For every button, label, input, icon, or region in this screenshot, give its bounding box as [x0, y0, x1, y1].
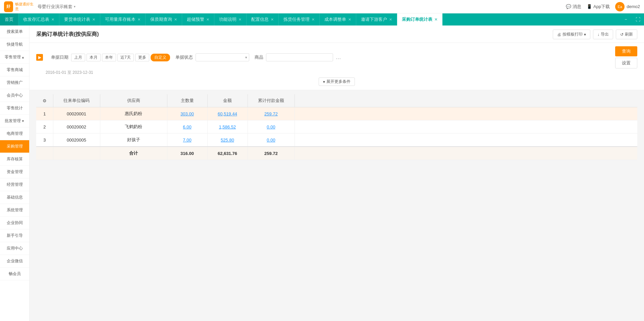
- cell-amount: 60,519.44: [207, 107, 248, 120]
- export-button[interactable]: ↓ 导出: [593, 30, 613, 39]
- print-button[interactable]: 🖨 按模板打印 ▾: [553, 30, 590, 39]
- tab-receive-summary[interactable]: 收发存汇总表 ✕: [18, 13, 59, 25]
- sidebar-item-retail-mgmt[interactable]: 零售管理 ▲: [0, 51, 29, 64]
- app-download-button[interactable]: 📱 App下载: [587, 4, 610, 10]
- tab-home[interactable]: 首页: [0, 13, 18, 25]
- close-icon[interactable]: ✕: [138, 17, 141, 22]
- sidebar-item-basic-info[interactable]: 基础信息: [0, 191, 29, 204]
- refresh-button[interactable]: ↺ 刷新: [616, 30, 637, 39]
- date-filter: 单据日期 上月 本月 本年 近7天 更多 自定义: [51, 54, 170, 61]
- close-icon[interactable]: ✕: [238, 17, 241, 22]
- tab-function-desc[interactable]: 功能说明 ✕: [214, 13, 247, 25]
- close-icon[interactable]: ✕: [206, 17, 209, 22]
- logo-area: 好 畅捷通好生意: [4, 1, 34, 12]
- filter-toggle-button[interactable]: ▶: [36, 54, 43, 61]
- workspace-dropdown[interactable]: 母婴行业演示账套 ▾: [34, 4, 566, 10]
- amount-link[interactable]: 525.80: [221, 138, 234, 143]
- tab-invite-downstream[interactable]: 邀请下游客户 ✕: [356, 13, 397, 25]
- message-button[interactable]: 💬 消息: [566, 4, 581, 10]
- sidebar-item-member-center[interactable]: 会员中心: [0, 89, 29, 102]
- table-footer-row: 合计 316.00 62,631.76 259.72: [36, 147, 637, 160]
- tab-overstock-warning[interactable]: 超储预警 ✕: [182, 13, 214, 25]
- sidebar-item-system-mgmt[interactable]: 系统管理: [0, 204, 29, 217]
- tab-cost-adjust[interactable]: 成本调整单 ✕: [320, 13, 356, 25]
- sidebar-item-ecommerce-mgmt[interactable]: 电商管理: [0, 127, 29, 140]
- amount-link[interactable]: 60,519.44: [218, 111, 237, 116]
- settings-button[interactable]: 设置: [615, 58, 637, 68]
- query-button[interactable]: 查询: [615, 46, 637, 56]
- cell-qty: 6.00: [167, 120, 207, 133]
- filter-actions: 查询 设置: [615, 46, 637, 68]
- this-year-button[interactable]: 本年: [102, 54, 116, 61]
- sidebar-item-inventory-check[interactable]: 库存核算: [0, 153, 29, 166]
- nav-maximize-icon[interactable]: ⛶: [632, 13, 644, 25]
- date-separator: 至: [67, 70, 72, 75]
- sidebar-item-app-center[interactable]: 应用中心: [0, 242, 29, 255]
- tab-config-info[interactable]: 配置信息 ✕: [247, 13, 279, 25]
- close-icon[interactable]: ✕: [434, 17, 437, 22]
- table-row[interactable]: 3 00020005 好孩子 7.00 525.80 0.00: [36, 133, 637, 147]
- qty-link[interactable]: 6.00: [183, 124, 191, 129]
- col-settings-icon[interactable]: ⚙: [36, 94, 53, 107]
- tab-goods-summary[interactable]: 要货单统计表 ✕: [59, 13, 100, 25]
- close-icon[interactable]: ✕: [271, 17, 274, 22]
- tab-purchase-summary[interactable]: 采购订单统计表 ✕: [397, 13, 442, 25]
- paid-link[interactable]: 0.00: [267, 138, 275, 143]
- logo-icon: 好: [4, 1, 13, 12]
- table-row[interactable]: 2 00020002 飞鹤奶粉 6.00 1,586.52 0.00: [36, 120, 637, 133]
- expand-more-button[interactable]: ▾ 展开更多条件: [319, 77, 355, 86]
- sidebar-item-capital-mgmt[interactable]: 资金管理: [0, 166, 29, 178]
- sidebar-item-purchase-mgmt[interactable]: 采购管理: [0, 140, 29, 153]
- close-icon[interactable]: ✕: [51, 17, 54, 22]
- qty-link[interactable]: 7.00: [183, 138, 191, 143]
- header-actions: 🖨 按模板打印 ▾ ↓ 导出 ↺ 刷新: [553, 30, 637, 39]
- paid-link[interactable]: 0.00: [267, 124, 275, 129]
- nav-right-btns: － ⛶: [620, 13, 644, 25]
- workspace-label: 母婴行业演示账套: [38, 4, 72, 10]
- tab-shelf-life[interactable]: 保质期查询 ✕: [146, 13, 182, 25]
- amount-link[interactable]: 1,586.52: [219, 124, 236, 129]
- sidebar-item-wholesale-mgmt[interactable]: 批发管理 ▼: [0, 115, 29, 127]
- user-name: demo2: [627, 4, 640, 9]
- user-profile[interactable]: Ea demo2: [615, 2, 640, 11]
- sidebar-item-enterprise-collab[interactable]: 企业协同: [0, 217, 29, 229]
- print-arrow-icon: ▾: [584, 32, 586, 37]
- goods-more-icon[interactable]: …: [336, 54, 341, 60]
- table-area: ⚙ 往来单位编码 供应商 主数量 金额 累计付款金额 1 00020001 惠氏…: [30, 90, 644, 321]
- cell-paid: 259.72: [248, 107, 294, 120]
- sidebar-item-ops-mgmt[interactable]: 经营管理: [0, 178, 29, 191]
- sidebar-item-vip-member[interactable]: 畅会员: [0, 268, 29, 280]
- sidebar-item-enterprise-wechat[interactable]: 企业微信: [0, 255, 29, 268]
- tab-pick-task[interactable]: 拣货任务管理 ✕: [279, 13, 320, 25]
- table-row[interactable]: 1 00020001 惠氏奶粉 303.00 60,519.44 259.72: [36, 107, 637, 120]
- sidebar-item-quick-nav[interactable]: 快捷导航: [0, 38, 29, 51]
- sidebar-item-retail-stats[interactable]: 零售统计: [0, 102, 29, 115]
- last-7-days-button[interactable]: 近7天: [117, 54, 134, 61]
- custom-date-button[interactable]: 自定义: [151, 54, 170, 61]
- last-month-button[interactable]: 上月: [71, 54, 85, 61]
- col-header-supplier: 供应商: [100, 94, 167, 107]
- logo-text: 畅捷通好生意: [15, 2, 34, 11]
- sidebar: 搜索菜单 快捷导航 零售管理 ▲ 零售商城 营销推广 会员中心 零售统计 批发管…: [0, 25, 30, 321]
- close-icon[interactable]: ✕: [92, 17, 95, 22]
- sidebar-item-marketing[interactable]: 营销推广: [0, 76, 29, 89]
- sidebar-item-retail-store[interactable]: 零售商城: [0, 64, 29, 76]
- filter-row: ▶ 单据日期 上月 本月 本年 近7天 更多 自定义 单据状态: [36, 46, 637, 68]
- paid-link[interactable]: 259.72: [264, 111, 278, 116]
- this-month-button[interactable]: 本月: [87, 54, 101, 61]
- page-title: 采购订单统计表(按供应商): [36, 31, 99, 38]
- close-icon[interactable]: ✕: [174, 17, 177, 22]
- close-icon[interactable]: ✕: [348, 17, 351, 22]
- tab-available-stock[interactable]: 可用量库存账本 ✕: [100, 13, 146, 25]
- workspace-arrow-icon: ▾: [74, 5, 75, 8]
- sidebar-item-new-guide[interactable]: 新手引导: [0, 229, 29, 242]
- goods-input[interactable]: [266, 53, 333, 61]
- close-icon[interactable]: ✕: [312, 17, 315, 22]
- close-icon[interactable]: ✕: [389, 17, 392, 22]
- nav-minimize-icon[interactable]: －: [620, 13, 632, 25]
- qty-link[interactable]: 303.00: [180, 111, 194, 116]
- sidebar-item-search-menu[interactable]: 搜索菜单: [0, 25, 29, 38]
- more-date-button[interactable]: 更多: [135, 54, 149, 61]
- status-select[interactable]: [196, 53, 249, 61]
- footer-amount: 62,631.76: [207, 147, 248, 160]
